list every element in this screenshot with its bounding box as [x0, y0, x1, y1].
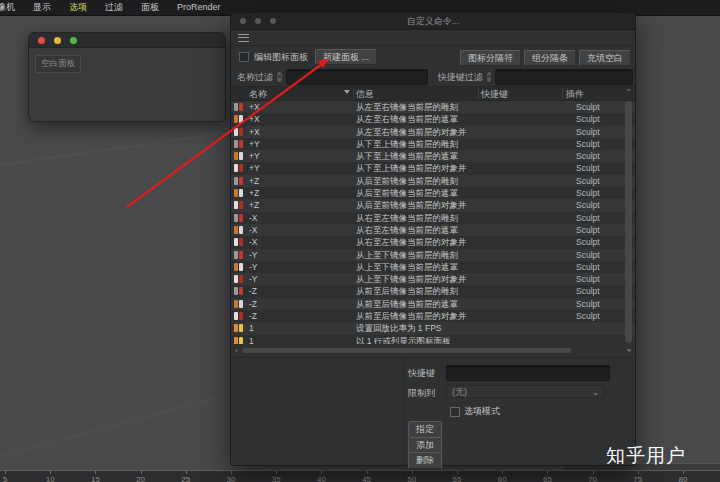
table-row[interactable]: +Y从下至上镜像当前层的遮罩Sculpt: [231, 150, 635, 162]
command-icon: [234, 177, 243, 185]
column-header-plugin[interactable]: 插件: [566, 88, 584, 101]
cell-info: 从前至后镜像当前层的对象并: [356, 311, 476, 323]
command-list[interactable]: +X从左至右镜像当前层的雕刻Sculpt+X从左至右镜像当前层的遮罩Sculpt…: [231, 101, 635, 344]
table-row[interactable]: -X从右至左镜像当前层的对象并Sculpt: [231, 236, 635, 248]
table-row[interactable]: +X从左至右镜像当前层的对象并Sculpt: [231, 126, 635, 138]
table-row[interactable]: -X从右至左镜像当前层的雕刻Sculpt: [231, 212, 635, 224]
column-header-shortcut[interactable]: 快捷键: [481, 88, 508, 101]
menu-item-6[interactable]: ProRender: [168, 0, 230, 15]
clear-shortcut-filter-icon[interactable]: ×: [487, 72, 492, 82]
tab-blank-panel[interactable]: 空白面板: [35, 55, 81, 73]
cell-info: 从上至下镜像当前层的雕刻: [356, 250, 476, 262]
restrict-to-label: 限制到: [408, 387, 435, 400]
dialog-title: 自定义命令...: [231, 15, 635, 28]
table-row[interactable]: +X从左至右镜像当前层的遮罩Sculpt: [231, 113, 635, 125]
cell-info: 从前至后镜像当前层的遮罩: [356, 299, 476, 311]
cell-info: 从右至左镜像当前层的雕刻: [356, 213, 476, 225]
table-row[interactable]: -Y从上至下镜像当前层的雕刻Sculpt: [231, 249, 635, 261]
cell-name: +Z: [249, 176, 259, 186]
timeline-tick-mark: [321, 471, 322, 474]
cell-name: +X: [249, 114, 260, 124]
menu-item-1[interactable]: 像机: [0, 0, 24, 15]
icon-separator-button[interactable]: 图标分隔符: [460, 50, 521, 66]
cell-plugin: Sculpt: [576, 274, 600, 284]
table-row[interactable]: +Y从下至上镜像当前层的雕刻Sculpt: [231, 138, 635, 150]
table-row[interactable]: +Y从下至上镜像当前层的对象并Sculpt: [231, 162, 635, 174]
cell-name: -X: [249, 225, 258, 235]
table-row[interactable]: -X从右至左镜像当前层的遮罩Sculpt: [231, 224, 635, 236]
minimize-window-icon[interactable]: [54, 37, 61, 44]
scroll-left-icon[interactable]: ‹: [235, 347, 238, 355]
option-mode-checkbox[interactable]: [450, 407, 460, 417]
scroll-up-icon[interactable]: ⌃: [624, 89, 633, 97]
sort-descending-icon[interactable]: [344, 90, 350, 94]
minimize-window-icon[interactable]: [255, 18, 261, 24]
shortcut-filter-label: 快捷键过滤: [438, 71, 483, 84]
window-titlebar[interactable]: [29, 33, 225, 48]
scroll-down-icon[interactable]: ⌄: [624, 345, 633, 353]
timeline-ruler[interactable]: 5101520253035404550556065707580: [0, 470, 720, 482]
timeline-tick-label: 40: [317, 475, 326, 482]
timeline-tick-label: 80: [679, 475, 688, 482]
close-window-icon[interactable]: [240, 18, 246, 24]
horizontal-scrollbar[interactable]: ‹ ›: [231, 344, 635, 357]
fill-blank-button[interactable]: 充填空白: [579, 50, 631, 66]
edit-icon-panel-checkbox[interactable]: [239, 52, 249, 62]
group-separator-button[interactable]: 组分隔条: [524, 50, 576, 66]
cell-info: 从右至左镜像当前层的对象并: [356, 237, 476, 249]
dialog-titlebar[interactable]: 自定义命令...: [231, 13, 635, 30]
timeline-tick-label: 55: [453, 475, 462, 482]
add-button[interactable]: 添加: [408, 437, 442, 454]
menu-item-3[interactable]: 选项: [60, 0, 96, 15]
timeline-tick-label: 75: [633, 475, 642, 482]
shortcut-input[interactable]: [446, 365, 610, 381]
table-row[interactable]: 1以 1 行或列显示图标面板: [231, 335, 635, 344]
table-row[interactable]: -Y从上至下镜像当前层的遮罩Sculpt: [231, 261, 635, 273]
close-window-icon[interactable]: [38, 37, 45, 44]
table-row[interactable]: +X从左至右镜像当前层的雕刻Sculpt: [231, 101, 635, 113]
clear-name-filter-icon[interactable]: ×: [277, 72, 282, 82]
command-icon: [234, 251, 243, 259]
name-filter-input[interactable]: [286, 69, 428, 85]
hamburger-menu-icon[interactable]: [238, 34, 249, 42]
column-header-info[interactable]: 信息: [356, 88, 374, 101]
menu-item-4[interactable]: 过滤: [96, 0, 132, 15]
shortcut-filter-input[interactable]: [495, 69, 633, 85]
vertical-scroll-thumb[interactable]: [625, 101, 632, 343]
cell-name: +Y: [249, 163, 260, 173]
toolbar-right-buttons: 图标分隔符 组分隔条 充填空白: [460, 50, 631, 66]
table-row[interactable]: -Y从上至下镜像当前层的对象并Sculpt: [231, 273, 635, 285]
assign-button[interactable]: 指定: [408, 421, 442, 438]
timeline-tick-mark: [412, 471, 413, 474]
command-icon: [234, 164, 243, 172]
timeline-tick-label: 20: [136, 475, 145, 482]
filter-row: 名称过滤 × 快捷键过滤 ×: [231, 68, 635, 86]
column-header-name[interactable]: 名称: [249, 88, 267, 101]
cell-name: +Z: [249, 200, 259, 210]
menu-item-2[interactable]: 显示: [24, 0, 60, 15]
table-row[interactable]: 1设置回放比率为 1 FPS: [231, 322, 635, 334]
cell-plugin: Sculpt: [576, 200, 600, 210]
restrict-to-dropdown[interactable]: (无) ⌄: [446, 385, 604, 398]
command-icon: [234, 152, 243, 160]
table-row[interactable]: -Z从前至后镜像当前层的遮罩Sculpt: [231, 298, 635, 310]
new-panel-button[interactable]: 新建面板 ...: [315, 49, 377, 65]
horizontal-scroll-track[interactable]: [242, 348, 625, 353]
timeline-tick-label: 45: [362, 475, 371, 482]
table-header[interactable]: 名称 信息 快捷键 插件: [231, 86, 635, 101]
table-row[interactable]: -Z从前至后镜像当前层的雕刻Sculpt: [231, 285, 635, 297]
command-icon: [234, 238, 243, 246]
table-row[interactable]: +Z从后至前镜像当前层的遮罩Sculpt: [231, 187, 635, 199]
table-row[interactable]: +Z从后至前镜像当前层的雕刻Sculpt: [231, 175, 635, 187]
blank-panel-window[interactable]: 空白面板: [28, 32, 226, 122]
timeline-tick-label: 35: [272, 475, 281, 482]
menu-item-5[interactable]: 面板: [132, 0, 168, 15]
vertical-scrollbar[interactable]: ⌃ ⌄: [624, 89, 633, 357]
delete-button[interactable]: 删除: [408, 452, 442, 469]
zoom-window-icon[interactable]: [270, 18, 276, 24]
table-row[interactable]: +Z从后至前镜像当前层的对象并Sculpt: [231, 199, 635, 211]
cell-name: +Z: [249, 188, 259, 198]
zoom-window-icon[interactable]: [70, 37, 77, 44]
horizontal-scroll-thumb[interactable]: [242, 348, 571, 353]
table-row[interactable]: -Z从前至后镜像当前层的对象并Sculpt: [231, 310, 635, 322]
